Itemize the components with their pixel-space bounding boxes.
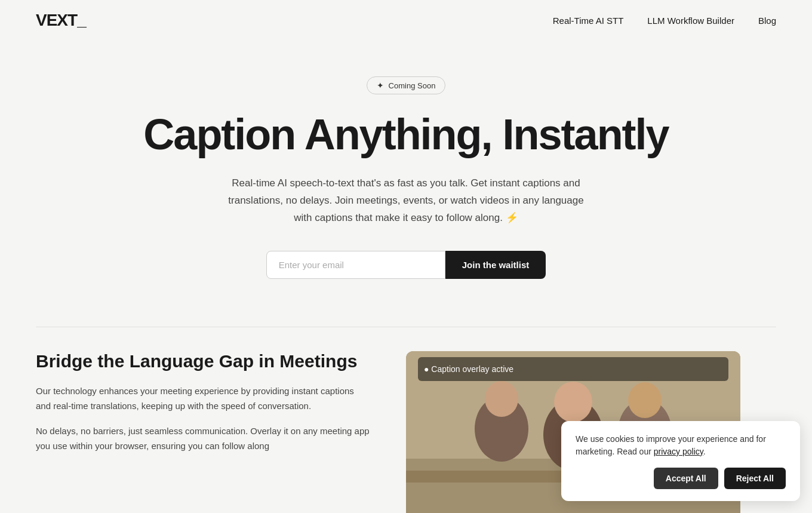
bridge-title: Bridge the Language Gap in Meetings xyxy=(36,351,370,371)
cookie-buttons: Accept All Reject All xyxy=(576,468,786,489)
privacy-policy-link[interactable]: privacy policy xyxy=(654,447,703,456)
email-input[interactable] xyxy=(266,251,445,279)
waitlist-form: Join the waitlist xyxy=(266,251,546,279)
hero-title: Caption Anything, Instantly xyxy=(143,111,668,158)
join-waitlist-button[interactable]: Join the waitlist xyxy=(445,251,546,279)
badge-label: Coming Soon xyxy=(389,81,436,90)
nav-links: Real-Time AI STT LLM Workflow Builder Bl… xyxy=(553,16,776,26)
cookie-period: . xyxy=(703,447,706,456)
svg-point-6 xyxy=(554,382,592,422)
coming-soon-badge: ✦ Coming Soon xyxy=(367,76,446,94)
svg-point-8 xyxy=(628,382,662,418)
reject-all-button[interactable]: Reject All xyxy=(724,468,786,489)
bridge-paragraph-2: No delays, no barriers, just seamless co… xyxy=(36,423,370,454)
svg-text:● Caption overlay active: ● Caption overlay active xyxy=(424,364,513,374)
nav-link-blog[interactable]: Blog xyxy=(758,16,776,26)
bridge-text: Bridge the Language Gap in Meetings Our … xyxy=(36,351,370,463)
accept-all-button[interactable]: Accept All xyxy=(654,468,718,489)
hero-section: ✦ Coming Soon Caption Anything, Instantl… xyxy=(0,41,812,327)
badge-icon: ✦ xyxy=(377,81,384,90)
bridge-paragraph-1: Our technology enhances your meeting exp… xyxy=(36,383,370,414)
hero-subtitle: Real-time AI speech-to-text that's as fa… xyxy=(221,175,591,227)
brand-logo[interactable]: VEXT_ xyxy=(36,11,86,30)
svg-point-4 xyxy=(485,381,518,417)
cookie-text: We use cookies to improve your experienc… xyxy=(576,433,786,458)
nav-link-stt[interactable]: Real-Time AI STT xyxy=(553,16,624,26)
nav-link-llm[interactable]: LLM Workflow Builder xyxy=(647,16,734,26)
navbar: VEXT_ Real-Time AI STT LLM Workflow Buil… xyxy=(0,0,812,41)
cookie-banner: We use cookies to improve your experienc… xyxy=(561,421,800,501)
